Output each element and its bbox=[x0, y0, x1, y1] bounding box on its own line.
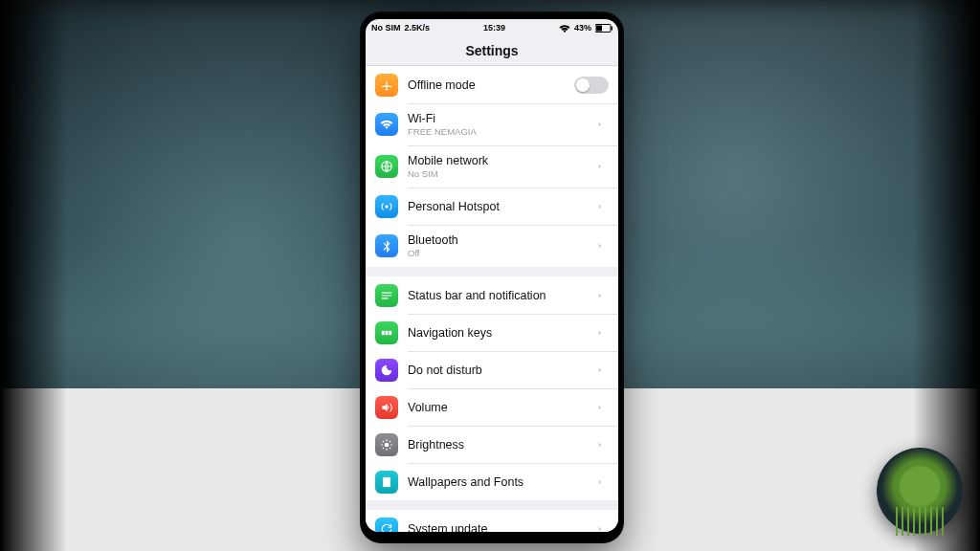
vignette-left bbox=[0, 0, 67, 551]
settings-group: Status bar and notificationNavigation ke… bbox=[366, 276, 618, 500]
row-labels: Status bar and notification bbox=[408, 289, 595, 302]
chevron-right-icon bbox=[595, 291, 609, 300]
hotspot-icon bbox=[375, 195, 398, 218]
row-labels: Navigation keys bbox=[408, 326, 595, 340]
settings-row-status-bar-and-notification[interactable]: Status bar and notification bbox=[366, 276, 618, 314]
row-labels: Mobile networkNo SIM bbox=[408, 154, 595, 179]
dnd-icon bbox=[375, 359, 398, 382]
row-title: Status bar and notification bbox=[408, 289, 595, 302]
row-title: Wallpapers and Fonts bbox=[408, 475, 595, 489]
volume-icon bbox=[375, 396, 398, 419]
settings-row-personal-hotspot[interactable]: Personal Hotspot bbox=[366, 187, 618, 225]
chevron-right-icon bbox=[595, 202, 609, 211]
row-labels: Offline mode bbox=[408, 78, 574, 92]
row-title: Offline mode bbox=[408, 78, 574, 92]
brightness-icon bbox=[375, 433, 398, 456]
chevron-right-icon bbox=[595, 328, 609, 338]
navkeys-icon bbox=[375, 321, 398, 344]
settings-row-wallpapers-and-fonts[interactable]: Wallpapers and Fonts bbox=[366, 463, 618, 500]
row-title: Bluetooth bbox=[408, 233, 595, 247]
row-labels: Volume bbox=[408, 401, 595, 414]
toggle-switch[interactable] bbox=[574, 77, 609, 94]
chevron-right-icon bbox=[595, 162, 609, 171]
globe-icon bbox=[375, 155, 398, 178]
sim-status: No SIM bbox=[371, 23, 401, 33]
row-title: Wi-Fi bbox=[408, 112, 595, 125]
settings-group: System updateSecurity bbox=[366, 510, 618, 532]
settings-row-mobile-network[interactable]: Mobile networkNo SIM bbox=[366, 145, 618, 187]
row-title: Volume bbox=[408, 401, 595, 414]
page-header: Settings bbox=[366, 36, 618, 66]
wifi-icon bbox=[375, 113, 398, 136]
wifi-status-icon bbox=[559, 24, 570, 33]
clock: 15:39 bbox=[483, 23, 505, 33]
statusbar-icon bbox=[375, 284, 398, 307]
row-subtitle: Off bbox=[408, 248, 595, 258]
row-title: Personal Hotspot bbox=[408, 200, 595, 213]
row-subtitle: No SIM bbox=[408, 168, 595, 179]
chevron-right-icon bbox=[595, 524, 609, 533]
settings-row-bluetooth[interactable]: BluetoothOff bbox=[366, 225, 618, 267]
phone-screen: No SIM 2.5K/s 15:39 43% Settings Offline… bbox=[366, 19, 618, 532]
settings-row-wi-fi[interactable]: Wi-FiFREE NEMAGIA bbox=[366, 103, 618, 145]
bluetooth-icon bbox=[375, 234, 398, 257]
row-title: Brightness bbox=[408, 438, 595, 452]
phone-frame: No SIM 2.5K/s 15:39 43% Settings Offline… bbox=[362, 13, 622, 541]
network-speed: 2.5K/s bbox=[405, 23, 431, 33]
settings-row-system-update[interactable]: System update bbox=[366, 510, 618, 532]
row-title: Navigation keys bbox=[408, 326, 595, 340]
chevron-right-icon bbox=[595, 403, 609, 412]
settings-list[interactable]: Offline modeWi-FiFREE NEMAGIAMobile netw… bbox=[366, 66, 618, 532]
battery-percent: 43% bbox=[574, 23, 591, 33]
row-labels: System update bbox=[408, 522, 595, 533]
update-icon bbox=[375, 518, 398, 533]
row-labels: BluetoothOff bbox=[408, 233, 595, 258]
airplane-icon bbox=[375, 74, 398, 97]
row-labels: Personal Hotspot bbox=[408, 200, 595, 213]
chevron-right-icon bbox=[595, 241, 609, 251]
settings-row-navigation-keys[interactable]: Navigation keys bbox=[366, 314, 618, 351]
settings-row-volume[interactable]: Volume bbox=[366, 388, 618, 426]
row-labels: Brightness bbox=[408, 438, 595, 452]
settings-group: Offline modeWi-FiFREE NEMAGIAMobile netw… bbox=[366, 66, 618, 267]
battery-icon bbox=[595, 24, 612, 33]
svg-rect-2 bbox=[611, 26, 612, 30]
chevron-right-icon bbox=[595, 477, 609, 487]
watermark-logo bbox=[877, 448, 963, 534]
wallpaper-icon bbox=[375, 471, 398, 494]
row-subtitle: FREE NEMAGIA bbox=[408, 126, 595, 137]
status-bar: No SIM 2.5K/s 15:39 43% bbox=[366, 19, 618, 36]
chevron-right-icon bbox=[595, 440, 609, 450]
chevron-right-icon bbox=[595, 365, 609, 375]
page-title: Settings bbox=[465, 43, 518, 58]
row-labels: Do not disturb bbox=[408, 364, 595, 377]
row-title: System update bbox=[408, 522, 595, 533]
row-labels: Wi-FiFREE NEMAGIA bbox=[408, 112, 595, 137]
settings-row-brightness[interactable]: Brightness bbox=[366, 426, 618, 463]
row-title: Mobile network bbox=[408, 154, 595, 167]
row-title: Do not disturb bbox=[408, 364, 595, 377]
chevron-right-icon bbox=[595, 120, 609, 129]
settings-row-offline-mode[interactable]: Offline mode bbox=[366, 66, 618, 103]
row-labels: Wallpapers and Fonts bbox=[408, 475, 595, 489]
photo-scene: No SIM 2.5K/s 15:39 43% Settings Offline… bbox=[0, 0, 980, 551]
settings-row-do-not-disturb[interactable]: Do not disturb bbox=[366, 351, 618, 388]
svg-rect-1 bbox=[596, 25, 602, 31]
